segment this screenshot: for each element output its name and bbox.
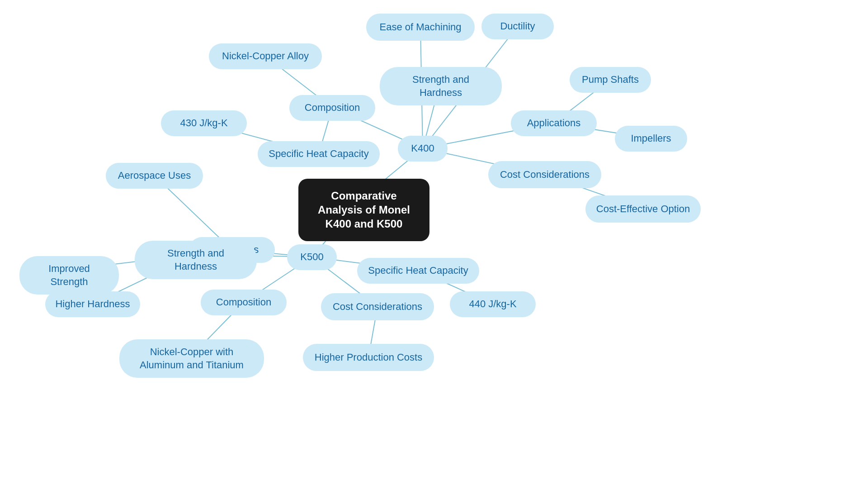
node-k500_aerospace: Aerospace Uses [106,163,203,189]
node-k400_apps: Applications [511,110,597,136]
node-k400_nickel: Nickel-Copper Alloy [209,43,322,69]
node-k500_hardness: Higher Hardness [45,291,140,317]
node-k500_improved: Improved Strength [19,256,119,295]
node-k500_440: 440 J/kg-K [450,291,536,317]
node-k500_shc: Specific Heat Capacity [357,258,479,284]
node-k400: K400 [398,136,448,162]
node-k400_ease: Ease of Machining [366,14,475,41]
node-k400_composition: Composition [289,95,375,121]
node-k500_strength: Strength and Hardness [135,241,257,279]
node-k400_costeff: Cost-Effective Option [585,195,701,223]
node-center: Comparative Analysis of Monel K400 and K… [298,179,429,241]
node-k400_cost: Cost Considerations [488,161,601,188]
node-k400_ductility: Ductility [481,14,554,39]
node-k500_cost: Cost Considerations [321,293,434,320]
node-k500: K500 [287,244,337,270]
node-k400_pumpshafts: Pump Shafts [570,67,651,93]
node-k400_430: 430 J/kg-K [161,110,247,136]
node-k500_nickel: Nickel-Copper with Aluminum and Titanium [119,339,264,378]
node-k500_highcost: Higher Production Costs [303,344,434,371]
node-k500_composition: Composition [201,290,287,315]
node-k400_impellers: Impellers [615,126,687,152]
node-k400_shc: Specific Heat Capacity [258,141,380,167]
node-k400_strength: Strength and Hardness [380,67,502,105]
